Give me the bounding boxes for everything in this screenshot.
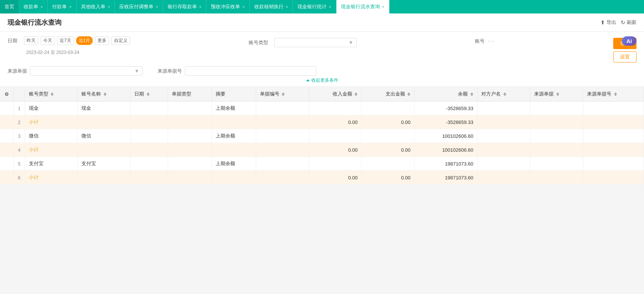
close-icon[interactable]: × — [242, 4, 245, 9]
row-source-doc — [530, 171, 583, 185]
sort-icon-account-name — [104, 93, 107, 96]
date-btn-more[interactable]: 更多 — [95, 36, 109, 45]
close-icon[interactable]: × — [69, 4, 71, 9]
row-summary — [212, 171, 256, 185]
chevron-down-icon-2: ▼ — [134, 68, 139, 74]
nav-tab-cash-bank-flow[interactable]: 现金银行流水查询 × — [336, 0, 389, 13]
row-account-name: 微信 — [78, 129, 131, 143]
close-icon[interactable]: × — [382, 4, 384, 9]
date-btn-custom[interactable]: 自定义 — [111, 36, 130, 45]
nav-tab-bank-deposit-label: 银行存取款单 — [168, 3, 197, 10]
nav-tab-collection-exec-label: 收款核销执行 — [254, 3, 284, 10]
setting-button[interactable]: 设置 — [613, 51, 636, 63]
date-btn-today[interactable]: 今天 — [41, 36, 55, 45]
close-icon[interactable]: × — [156, 4, 158, 9]
collapse-bar[interactable]: 收起更多条件 — [8, 77, 636, 84]
row-summary: 上期余额 — [212, 101, 256, 115]
col-date[interactable]: 日期 — [131, 87, 168, 101]
row-income: 0.00 — [309, 143, 362, 157]
account-more-icon[interactable]: ··· — [488, 38, 495, 45]
table-row[interactable]: 2 小计 0.00 0.00 -3528659.33 — [0, 115, 644, 129]
nav-tab-receipt-label: 收款单 — [24, 3, 38, 10]
nav-tab-other-income[interactable]: 其他收入单 × — [77, 0, 115, 13]
sort-icon-account-type — [51, 93, 54, 96]
col-account-type[interactable]: 账号类型 — [25, 87, 78, 101]
date-btn-yesterday[interactable]: 昨天 — [24, 36, 38, 45]
account-label: 账号 — [475, 38, 485, 45]
row-counterparty — [477, 157, 530, 171]
export-label: 导出 — [606, 19, 616, 26]
row-source-doc-no — [583, 143, 644, 157]
nav-tab-cash-bank-flow-label: 现金银行流水查询 — [341, 3, 380, 10]
collapse-label: 收起更多条件 — [311, 77, 338, 84]
table-body: 1 现金 现金 上期余额 -3528659.33 2 小计 0.00 0.00 … — [0, 101, 644, 185]
table-row[interactable]: 1 现金 现金 上期余额 -3528659.33 — [0, 101, 644, 115]
row-expense — [362, 129, 414, 143]
table-row[interactable]: 5 支付宝 支付宝 上期余额 19871073.60 — [0, 157, 644, 171]
row-expense — [362, 157, 414, 171]
col-doc-no[interactable]: 单据编号 — [256, 87, 309, 101]
row-source-doc — [530, 157, 583, 171]
date-btn-7days[interactable]: 近7天 — [57, 36, 74, 45]
export-button[interactable]: ⬆ 导出 — [600, 19, 616, 26]
row-doc-type — [168, 143, 212, 157]
table-row[interactable]: 4 小计 0.00 0.00 100102606.60 — [0, 143, 644, 157]
row-income — [309, 101, 362, 115]
close-icon[interactable]: × — [329, 4, 331, 9]
row-date — [131, 143, 168, 157]
refresh-button[interactable]: ↻ 刷新 — [621, 19, 636, 26]
date-btn-1month[interactable]: 近1月 — [76, 36, 93, 45]
row-balance: -3528659.33 — [414, 115, 477, 129]
col-gear[interactable]: ⚙ — [0, 87, 14, 101]
col-balance[interactable]: 余额 — [414, 87, 477, 101]
row-summary: 上期余额 — [212, 157, 256, 171]
row-gear-cell — [0, 157, 14, 171]
nav-tab-bank-deposit[interactable]: 银行存取款单 × — [163, 0, 206, 13]
ai-badge[interactable]: Ai — [622, 36, 636, 46]
nav-tab-collection-exec[interactable]: 收款核销执行 × — [250, 0, 293, 13]
col-account-name[interactable]: 账号名称 — [78, 87, 131, 101]
source-doc-no-input[interactable] — [185, 66, 316, 76]
nav-tab-cash-bank-stats[interactable]: 现金银行统计 × — [293, 0, 336, 13]
sort-icon-source-doc — [556, 93, 559, 96]
sort-icon-expense — [407, 93, 410, 96]
source-doc-select[interactable]: ▼ — [30, 66, 143, 76]
account-type-select[interactable]: ▼ — [274, 38, 357, 47]
row-balance: 100102606.60 — [414, 129, 477, 143]
close-icon[interactable]: × — [286, 4, 288, 9]
row-account-type: 小计 — [25, 171, 78, 185]
col-doc-type: 单据类型 — [168, 87, 212, 101]
row-account-name: 支付宝 — [78, 157, 131, 171]
col-source-doc-no[interactable]: 来源单据号 — [583, 87, 644, 101]
header-actions: ⬆ 导出 ↻ 刷新 — [600, 19, 636, 26]
row-date — [131, 115, 168, 129]
nav-tab-advance-offset[interactable]: 预收冲应收单 × — [206, 0, 249, 13]
filter-row-date: 日期 昨天 今天 近7天 近1月 更多 自定义 — [8, 36, 130, 45]
row-account-name — [78, 115, 131, 129]
nav-tab-ar-ap-adjust[interactable]: 应收应付调整单 × — [115, 0, 163, 13]
gear-icon[interactable]: ⚙ — [5, 91, 9, 97]
col-counterparty[interactable]: 对方户名 — [477, 87, 530, 101]
nav-tab-home[interactable]: 首页 — [0, 0, 19, 13]
refresh-label: 刷新 — [627, 19, 636, 26]
close-icon[interactable]: × — [108, 4, 110, 9]
chevron-up-icon — [306, 79, 310, 81]
row-account-name — [78, 143, 131, 157]
close-icon[interactable]: × — [199, 4, 201, 9]
table-row[interactable]: 6 小计 0.00 0.00 19871073.60 — [0, 171, 644, 185]
date-filter-label: 日期 — [8, 37, 21, 44]
close-icon[interactable]: × — [41, 4, 43, 9]
nav-tab-receipt[interactable]: 收款单 × — [19, 0, 48, 13]
row-expense: 0.00 — [362, 143, 414, 157]
nav-tab-payment[interactable]: 付款单 × — [48, 0, 76, 13]
col-expense[interactable]: 支出金额 — [362, 87, 414, 101]
col-source-doc[interactable]: 来源单据 — [530, 87, 583, 101]
col-income[interactable]: 收入金额 — [309, 87, 362, 101]
row-date — [131, 157, 168, 171]
date-options: 昨天 今天 近7天 近1月 更多 自定义 — [24, 36, 130, 45]
source-doc-label: 来源单据 — [8, 68, 27, 75]
table-row[interactable]: 3 微信 微信 上期余额 100102606.60 — [0, 129, 644, 143]
table-container: ⚙ 账号类型 账号名称 日期 — [0, 87, 644, 185]
row-summary — [212, 115, 256, 129]
filter-row-second: 来源单据 ▼ 来源单据号 — [8, 66, 636, 76]
